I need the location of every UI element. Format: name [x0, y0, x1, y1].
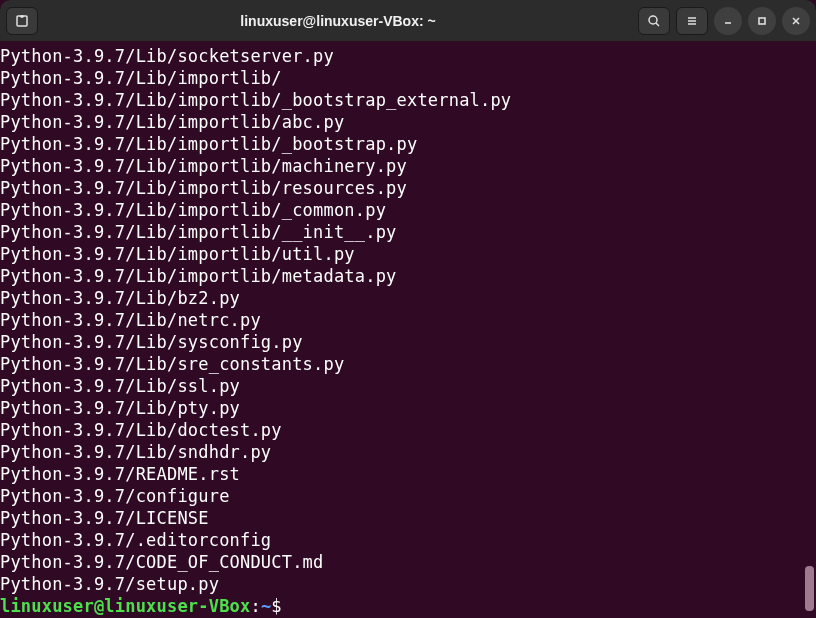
- new-tab-button[interactable]: [6, 7, 38, 35]
- terminal-line: Python-3.9.7/CODE_OF_CONDUCT.md: [0, 551, 816, 573]
- terminal-line: Python-3.9.7/Lib/ssl.py: [0, 375, 816, 397]
- prompt-user-host: linuxuser@linuxuser-VBox: [0, 596, 250, 616]
- prompt-line: linuxuser@linuxuser-VBox:~$: [0, 595, 816, 617]
- terminal-line: Python-3.9.7/Lib/importlib/_common.py: [0, 199, 816, 221]
- terminal-line: Python-3.9.7/Lib/importlib/__init__.py: [0, 221, 816, 243]
- terminal-line: Python-3.9.7/Lib/importlib/_bootstrap.py: [0, 133, 816, 155]
- terminal-line: Python-3.9.7/configure: [0, 485, 816, 507]
- terminal-line: Python-3.9.7/Lib/importlib/machinery.py: [0, 155, 816, 177]
- terminal-line: Python-3.9.7/Lib/sndhdr.py: [0, 441, 816, 463]
- search-button[interactable]: [638, 7, 670, 35]
- scrollbar-thumb[interactable]: [805, 566, 814, 611]
- close-button[interactable]: [782, 7, 810, 35]
- terminal-line: Python-3.9.7/Lib/importlib/abc.py: [0, 111, 816, 133]
- terminal-line: Python-3.9.7/Lib/sysconfig.py: [0, 331, 816, 353]
- terminal-line: Python-3.9.7/Lib/importlib/metadata.py: [0, 265, 816, 287]
- titlebar: linuxuser@linuxuser-VBox: ~: [0, 0, 816, 41]
- terminal-line: Python-3.9.7/Lib/sre_constants.py: [0, 353, 816, 375]
- terminal-line: Python-3.9.7/Lib/socketserver.py: [0, 45, 816, 67]
- terminal-line: Python-3.9.7/.editorconfig: [0, 529, 816, 551]
- terminal-line: Python-3.9.7/Lib/importlib/: [0, 67, 816, 89]
- terminal-line: Python-3.9.7/Lib/doctest.py: [0, 419, 816, 441]
- maximize-button[interactable]: [748, 7, 776, 35]
- terminal-line: Python-3.9.7/Lib/importlib/resources.py: [0, 177, 816, 199]
- terminal-line: Python-3.9.7/Lib/bz2.py: [0, 287, 816, 309]
- terminal-area[interactable]: Python-3.9.7/Lib/socketserver.pyPython-3…: [0, 41, 816, 618]
- terminal-line: Python-3.9.7/setup.py: [0, 573, 816, 595]
- titlebar-right: [638, 7, 810, 35]
- terminal-line: Python-3.9.7/Lib/importlib/util.py: [0, 243, 816, 265]
- terminal-line: Python-3.9.7/README.rst: [0, 463, 816, 485]
- menu-button[interactable]: [676, 7, 708, 35]
- window-title: linuxuser@linuxuser-VBox: ~: [42, 13, 634, 29]
- svg-line-4: [656, 23, 659, 26]
- svg-rect-9: [759, 18, 765, 24]
- terminal-line: Python-3.9.7/Lib/importlib/_bootstrap_ex…: [0, 89, 816, 111]
- terminal-line: Python-3.9.7/Lib/netrc.py: [0, 309, 816, 331]
- prompt-colon: :: [250, 596, 260, 616]
- terminal-output: Python-3.9.7/Lib/socketserver.pyPython-3…: [0, 45, 816, 595]
- minimize-button[interactable]: [714, 7, 742, 35]
- scrollbar[interactable]: [805, 41, 814, 615]
- svg-point-3: [649, 16, 657, 24]
- prompt-path: ~: [261, 596, 271, 616]
- terminal-line: Python-3.9.7/Lib/pty.py: [0, 397, 816, 419]
- terminal-line: Python-3.9.7/LICENSE: [0, 507, 816, 529]
- prompt-dollar: $: [271, 596, 292, 616]
